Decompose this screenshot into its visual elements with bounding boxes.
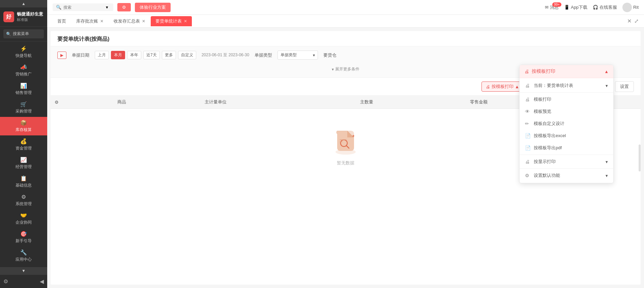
sidebar-item-marketing[interactable]: 📣 营销推广 — [0, 61, 47, 80]
expand-more-btn[interactable]: ▾ 展开更多条件 — [328, 65, 363, 73]
app-download-btn[interactable]: 📱 App下载 — [564, 4, 587, 10]
dropdown-set-default-label: 设置默认功能 — [534, 172, 560, 179]
dropdown-set-default-left: ⚙ 设置默认功能 — [525, 172, 560, 179]
dropdown-template-export-pdf[interactable]: 📄 按模板导出pdf — [520, 142, 613, 154]
global-search[interactable]: 🔍 ▾ — [53, 3, 113, 11]
dropdown-template-print[interactable]: 🖨 模板打印 — [520, 93, 613, 105]
dropdown-template-design[interactable]: ✏ 模板自定义设计 — [520, 118, 613, 130]
sidebar-item-finance[interactable]: 💰 资金管理 — [0, 135, 47, 154]
online-service-btn[interactable]: 🎧 在线客服 — [593, 4, 617, 10]
expand-more-icon: ▾ — [332, 67, 334, 72]
column-unit: 主计量单位 — [201, 96, 356, 109]
date-last7days-btn[interactable]: 近7天 — [143, 51, 160, 59]
date-prev-month-btn[interactable]: 上月 — [95, 51, 109, 59]
tab-inventory-batch-close[interactable]: ✕ — [100, 19, 104, 24]
tab-home[interactable]: 首页 — [53, 16, 71, 26]
date-custom-btn[interactable]: 自定义 — [178, 51, 196, 59]
search-input[interactable] — [63, 5, 104, 10]
user-avatar[interactable]: Rit — [622, 3, 639, 12]
filter-row: ▶ 单据日期 上月 本月 本年 近7天 更多 自定义 2023-06-01 至 … — [57, 51, 634, 60]
dropdown-template-preview[interactable]: 👁 模板预览 — [520, 105, 613, 118]
search-header-icon: 🔍 — [56, 5, 61, 10]
dropdown-body: 🖨 当前：要货单统计表 ▾ 🖨 模板打印 👁 模板预览 — [520, 78, 613, 183]
search-dropdown-icon[interactable]: ▾ — [106, 5, 108, 10]
dropdown-header-left: 🖨 按模板打印 — [524, 68, 555, 74]
date-more-btn[interactable]: 更多 — [162, 51, 176, 59]
dropdown-current-left: 🖨 当前：要货单统计表 — [525, 83, 573, 89]
sidebar-item-label: 经营管理 — [16, 164, 32, 170]
dropdown-template-preview-label: 模板预览 — [534, 108, 551, 115]
dropdown-current-item[interactable]: 🖨 当前：要货单统计表 ▾ — [520, 79, 613, 92]
dropdown-template-print-label: 模板打印 — [534, 96, 551, 102]
sidebar-item-purchase[interactable]: 🛒 采购管理 — [0, 98, 47, 117]
tab-order-stats[interactable]: 要货单统计表 ✕ — [151, 16, 192, 26]
order-type-select[interactable]: 单据类型 ▾ — [277, 51, 318, 60]
sidebar-item-system[interactable]: ⚙ 系统管理 — [0, 191, 47, 210]
dropdown-header-label: 按模板打印 — [532, 68, 555, 74]
date-current-year-btn[interactable]: 本年 — [127, 51, 141, 59]
sidebar-item-basic[interactable]: 📋 基础信息 — [0, 172, 47, 191]
sidebar-item-collab[interactable]: 🤝 企业协同 — [0, 210, 47, 228]
dropdown-chevron-up-icon[interactable]: ▲ — [604, 69, 609, 74]
marketing-icon: 📣 — [20, 64, 27, 70]
sidebar-scroll-up[interactable]: ▲ — [0, 0, 47, 7]
search-icon: 🔍 — [6, 32, 11, 36]
sidebar-item-inventory[interactable]: 📦 库存核算 — [0, 117, 47, 135]
tab-collection-summary[interactable]: 收发存汇总表 ✕ — [109, 16, 150, 26]
column-settings[interactable]: ⚙ — [51, 96, 113, 109]
sidebar-item-label: 新手引导 — [16, 238, 32, 244]
guide-icon: 🎯 — [20, 231, 27, 237]
template-preview-icon: 👁 — [525, 109, 530, 114]
print-chevron-up-icon: ▲ — [515, 84, 519, 89]
apps-icon: 🔧 — [20, 249, 27, 256]
date-current-month-btn[interactable]: 本月 — [111, 51, 125, 59]
sidebar-item-apps[interactable]: 🔧 应用中心 — [0, 247, 47, 265]
tab-collection-summary-close[interactable]: ✕ — [142, 19, 145, 24]
settings-btn[interactable]: 设置 — [615, 81, 634, 92]
empty-text: 暂无数据 — [337, 160, 354, 166]
tab-order-stats-close[interactable]: ✕ — [184, 19, 187, 24]
sidebar-item-operation[interactable]: 📈 经营管理 — [0, 154, 47, 172]
column-product: 商品 — [113, 96, 201, 109]
trial-button[interactable]: 体验行业方案 — [135, 3, 171, 12]
dropdown-set-default[interactable]: ⚙ 设置默认功能 ▾ — [520, 169, 613, 182]
print-btn[interactable]: 🖨 按模板打印 ▲ — [481, 82, 524, 92]
dropdown-divider-1 — [520, 92, 613, 93]
sidebar-search-button[interactable]: 🔍 搜索菜单 — [3, 29, 44, 38]
order-type-chevron-icon: ▾ — [313, 53, 315, 58]
close-all-tabs-btn[interactable]: ✕ — [627, 18, 632, 24]
messages-btn[interactable]: ✉ 消息 99+ — [545, 4, 559, 10]
print-icon: 🖨 — [486, 84, 490, 89]
export-pdf-icon: 📄 — [525, 145, 530, 151]
settings-bottom-btn[interactable]: ⚙ — [3, 278, 8, 285]
sidebar-item-quick-nav[interactable]: ⚡ 快捷导航 — [0, 43, 47, 61]
top-header: 🔍 ▾ ⚙ 体验行业方案 ✉ 消息 99+ 📱 App下载 🎧 在线客服 Ri — [47, 0, 644, 15]
empty-illustration: ✦ — [329, 129, 362, 156]
sidebar-item-sales[interactable]: 📊 销售管理 — [0, 80, 47, 98]
sidebar-item-guide[interactable]: 🎯 新手引导 — [0, 228, 47, 247]
tab-order-stats-label: 要货单统计表 — [155, 18, 182, 24]
set-default-icon: ⚙ — [525, 173, 530, 178]
table-settings-icon[interactable]: ⚙ — [55, 100, 59, 105]
gear-btn[interactable]: ⚙ — [117, 3, 131, 11]
dropdown-template-export-excel[interactable]: 📄 按模板导出excel — [520, 130, 613, 142]
sidebar-scroll-down[interactable]: ▼ — [0, 267, 47, 275]
purchase-icon: 🛒 — [20, 101, 27, 107]
filter-expand-btn[interactable]: ▶ — [57, 52, 66, 59]
collab-icon: 🤝 — [20, 212, 27, 219]
tab-inventory-batch[interactable]: 库存批次账 ✕ — [71, 16, 108, 26]
tab-collection-summary-label: 收发存汇总表 — [114, 18, 140, 24]
sidebar-item-label: 系统管理 — [16, 201, 32, 207]
scroll-handle[interactable] — [639, 145, 641, 171]
collapse-btn[interactable]: ◀ — [40, 278, 44, 285]
dropdown-display-print[interactable]: 🖨 按显示打印 ▾ — [520, 156, 613, 168]
dropdown-divider-3 — [520, 168, 613, 169]
svg-text:✦: ✦ — [352, 134, 355, 138]
sidebar-item-label: 采购管理 — [16, 108, 32, 114]
sidebar-item-label: 资金管理 — [16, 146, 32, 151]
page-title: 要货单统计表(按商品) — [57, 36, 110, 42]
sidebar-logo: 好 畅捷通好生意 标准版 — [0, 7, 47, 27]
maximize-btn[interactable]: ⤢ — [634, 18, 639, 24]
finance-icon: 💰 — [20, 138, 27, 145]
inventory-icon: 📦 — [20, 120, 27, 126]
